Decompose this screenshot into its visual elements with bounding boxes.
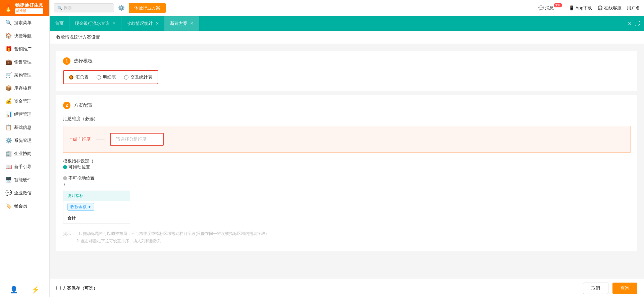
radio-detail[interactable]: 明细表	[97, 74, 116, 80]
message-item[interactable]: 💬 消息 99+	[538, 5, 564, 11]
sidebar-item-sales[interactable]: 💼销售管理	[0, 55, 49, 68]
sidebar-item-business[interactable]: 📊经营管理	[0, 108, 49, 121]
step1-label: 选择模板	[74, 58, 93, 64]
tab-home[interactable]: 首页	[50, 16, 69, 31]
indicator-row-0[interactable]: 收款金额 ▼	[63, 201, 130, 213]
topbar: 🔍 搜索 ⚙️ 体验行业方案 💬 消息 99+ 📱 App下载 🎧 在线客服 用…	[50, 0, 644, 16]
tab-label-new_plan: 新建方案	[170, 20, 187, 27]
sidebar: 🔥 畅捷通好生意 标准版 🔍搜索菜单🏠快捷导航🎁营销推广💼销售管理🛒采购管理📦库…	[0, 0, 50, 297]
close-all-icon[interactable]: ✕	[628, 20, 632, 27]
sidebar-bottom-icon-2[interactable]: ⚡	[31, 286, 40, 294]
save-row: 方案保存（可选）	[56, 285, 98, 291]
footer-actions: 取消 查询	[583, 283, 637, 294]
sidebar-label-search: 搜索菜单	[14, 20, 32, 26]
tab-label-cashflow: 现金银行流水查询	[75, 20, 110, 27]
topbar-right: 💬 消息 99+ 📱 App下载 🎧 在线客服 用户名	[538, 5, 640, 11]
cancel-button[interactable]: 取消	[583, 283, 608, 294]
support-item[interactable]: 🎧 在线客服	[597, 5, 622, 11]
content-body: 1 选择模板 汇总表 明细表	[50, 44, 644, 262]
app-name: 畅捷通好生意	[15, 2, 43, 8]
sidebar-label-hardware: 智能硬件	[14, 177, 32, 183]
sidebar-icon-inventory: 📦	[5, 85, 11, 91]
tab-cashflow[interactable]: 现金银行流水查询✕	[69, 16, 121, 31]
sidebar-bottom: 👤 ⚡	[0, 282, 49, 297]
sidebar-label-system: 系统管理	[14, 138, 32, 144]
sidebar-item-company[interactable]: 🏢企业协同	[0, 147, 49, 160]
sidebar-item-quick_nav[interactable]: 🏠快捷导航	[0, 29, 49, 42]
sidebar-icon-marketing: 🎁	[5, 46, 11, 52]
sidebar-icon-company: 🏢	[5, 150, 11, 157]
radio-summary-input[interactable]	[69, 75, 73, 80]
sidebar-item-purchase[interactable]: 🛒采购管理	[0, 68, 49, 82]
content-area: 收款情况统计方案设置 1 选择模板 汇总表	[50, 31, 644, 297]
sidebar-icon-finance: 💰	[5, 98, 11, 104]
sidebar-item-basic_info[interactable]: 📋基础信息	[0, 121, 49, 134]
sidebar-item-system[interactable]: ⚙️系统管理	[0, 134, 49, 147]
radio-detail-input[interactable]	[97, 75, 101, 80]
sidebar-item-wechat[interactable]: 💬企业微信	[0, 186, 49, 199]
dropdown-icon-0[interactable]: ▼	[88, 205, 91, 209]
gear-icon[interactable]: ⚙️	[118, 5, 125, 11]
query-button[interactable]: 查询	[612, 283, 637, 294]
hint-1: 提示： 1. 拖动标题栏可以调整布局，不可跨维度或指标区域拖动栏目字段(只能在同…	[63, 230, 631, 238]
sidebar-logo: 🔥 畅捷通好生意 标准版	[0, 0, 49, 16]
radio-summary[interactable]: 汇总表	[69, 74, 89, 80]
footer: 方案保存（可选） 取消 查询	[50, 279, 644, 297]
topbar-search[interactable]: 🔍 搜索	[54, 3, 114, 12]
sidebar-label-marketing: 营销推广	[14, 46, 32, 52]
radio-cross[interactable]: 交叉统计表	[124, 74, 152, 80]
download-icon: 📱	[569, 5, 574, 10]
radio-detail-label[interactable]: 明细表	[103, 74, 116, 80]
tabbar-actions: ✕ ⛶	[628, 20, 644, 27]
message-badge: 99+	[554, 3, 562, 7]
trial-button[interactable]: 体验行业方案	[129, 3, 166, 13]
main-area: 🔍 搜索 ⚙️ 体验行业方案 💬 消息 99+ 📱 App下载 🎧 在线客服 用…	[50, 0, 644, 297]
indicator-tag-0[interactable]: 收款金额 ▼	[67, 203, 94, 211]
sidebar-label-company: 企业协同	[14, 151, 32, 157]
download-item[interactable]: 📱 App下载	[569, 5, 592, 11]
sidebar-item-search[interactable]: 🔍搜索菜单	[0, 16, 49, 29]
save-checkbox[interactable]	[56, 286, 61, 290]
radio-cross-input[interactable]	[124, 75, 128, 80]
indicator-table-title: 统计指标	[63, 191, 130, 201]
dimension-selector[interactable]: 请选择分组维度	[110, 133, 164, 146]
sidebar-icon-basic_info: 📋	[5, 124, 11, 131]
sidebar-bottom-icon-1[interactable]: 👤	[10, 286, 18, 294]
step2-badge: 2	[63, 102, 70, 109]
sidebar-icon-wechat: 💬	[5, 190, 11, 196]
movable-toggle: 可拖动位置	[63, 164, 95, 170]
fixed-toggle: 不可拖动位置	[63, 175, 95, 181]
tab-new_plan[interactable]: 新建方案✕	[165, 16, 199, 31]
tab-close-cashflow[interactable]: ✕	[112, 21, 116, 26]
sidebar-icon-member: 🏷️	[5, 203, 11, 209]
expand-icon[interactable]: ⛶	[635, 20, 640, 27]
sidebar-label-purchase: 采购管理	[14, 72, 32, 78]
step2-label: 方案配置	[74, 102, 93, 108]
sidebar-label-quick_nav: 快捷导航	[14, 33, 32, 39]
sidebar-item-marketing[interactable]: 🎁营销推广	[0, 42, 49, 55]
radio-cross-label[interactable]: 交叉统计表	[130, 74, 152, 80]
sidebar-label-basic_info: 基础信息	[14, 125, 32, 131]
sidebar-item-inventory[interactable]: 📦库存核算	[0, 82, 49, 95]
save-label: 方案保存（可选）	[63, 285, 98, 291]
step1-badge: 1	[63, 57, 70, 65]
sidebar-item-hardware[interactable]: 🖥️智能硬件	[0, 173, 49, 186]
indicator-table: 统计指标 收款金额 ▼ 合计	[63, 191, 130, 224]
arrow-icon: ——	[96, 137, 105, 142]
logo-icon: 🔥	[4, 4, 12, 12]
download-label: App下载	[576, 5, 592, 11]
template-options: 汇总表 明细表 交叉统计表	[63, 70, 158, 84]
content-header: 收款情况统计方案设置	[50, 31, 644, 44]
radio-summary-label[interactable]: 汇总表	[75, 74, 89, 80]
tabbar: 首页现金银行流水查询✕收款情况统计✕新建方案✕ ✕ ⛶	[50, 16, 644, 31]
tab-receipts[interactable]: 收款情况统计✕	[121, 16, 165, 31]
sidebar-item-member[interactable]: 🏷️畅会员	[0, 199, 49, 212]
tab-close-new_plan[interactable]: ✕	[190, 21, 194, 26]
sidebar-item-finance[interactable]: 💰资金管理	[0, 95, 49, 108]
indicator-toggle-row: 模板指标设定（ 可拖动位置 不可拖动位置 ）	[63, 158, 631, 187]
sidebar-item-guide[interactable]: 📖新手引导	[0, 160, 49, 173]
app-edition: 标准版	[15, 8, 43, 14]
tab-close-receipts[interactable]: ✕	[156, 21, 159, 26]
indicator-settings-label: 模板指标设定（ 可拖动位置 不可拖动位置 ）	[63, 158, 95, 187]
search-placeholder: 搜索	[64, 5, 72, 11]
